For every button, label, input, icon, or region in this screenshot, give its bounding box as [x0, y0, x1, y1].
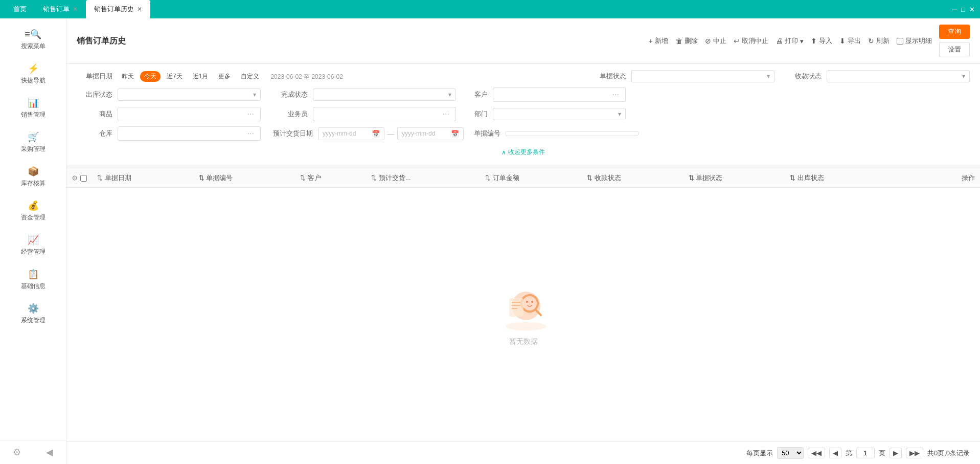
set-button[interactable]: 设置: [939, 42, 970, 57]
out-status-label: 出库状态: [77, 90, 118, 99]
search-menu-icon: ≡🔍: [25, 29, 41, 40]
sales-rep-label: 业务员: [267, 109, 313, 119]
date-tab-today[interactable]: 今天: [140, 71, 161, 82]
complete-status-arrow: ▾: [448, 91, 451, 98]
th-action: 操作: [886, 169, 980, 188]
import-button[interactable]: ⬆ 导入: [811, 36, 832, 46]
order-no-input[interactable]: [506, 131, 639, 136]
sidebar-item-search-menu[interactable]: ≡🔍 搜索菜单: [0, 23, 66, 57]
tab-home[interactable]: 首页: [5, 0, 35, 18]
goods-dots[interactable]: ···: [245, 109, 256, 119]
customer-select[interactable]: ···: [493, 87, 626, 102]
tab-sales-order-label: 销售订单: [43, 5, 70, 14]
collapse-button[interactable]: ∧ 收起更多条件: [77, 146, 970, 159]
sales-rep-dots[interactable]: ···: [441, 109, 451, 119]
sidebar-collapse-icon[interactable]: ◀: [46, 447, 53, 458]
complete-status-select[interactable]: ▾: [313, 89, 456, 101]
date-tab-more[interactable]: 更多: [214, 71, 235, 82]
delivery-date-end-input[interactable]: yyyy-mm-dd 📅: [397, 127, 464, 140]
display-detail-checkbox[interactable]: 显示明细: [897, 36, 932, 46]
warehouse-dots[interactable]: ···: [245, 129, 256, 138]
sidebar-item-ops-mgmt[interactable]: 📈 经营管理: [0, 228, 66, 262]
calendar-start-icon[interactable]: 📅: [372, 130, 380, 138]
maximize-icon[interactable]: □: [961, 6, 965, 13]
last-page-button[interactable]: ▶▶: [906, 448, 923, 458]
sidebar-item-inventory-check[interactable]: 📦 库存核算: [0, 160, 66, 194]
th-date-text: 单据日期: [105, 174, 131, 182]
layout: ≡🔍 搜索菜单 ⚡ 快捷导航 📊 销售管理 🛒 采购管理 📦 库存核算 💰 资金…: [0, 18, 980, 464]
sales-rep-select[interactable]: ···: [313, 107, 456, 121]
goods-select[interactable]: ···: [118, 107, 261, 121]
page-size-select[interactable]: 50 10 20 100: [777, 447, 804, 459]
tab-sales-order-history[interactable]: 销售订单历史 ✕: [86, 0, 150, 18]
sidebar-item-capital-mgmt[interactable]: 💰 资金管理: [0, 194, 66, 228]
minimize-icon[interactable]: ─: [952, 6, 957, 13]
filter-row-3: 商品 ··· 业务员 ··· 部门 ▾: [77, 107, 970, 121]
th-delivery: ⇅ 预计交货...: [366, 169, 480, 188]
print-label: 打印: [785, 36, 798, 46]
sidebar-item-sales-mgmt[interactable]: 📊 销售管理: [0, 91, 66, 125]
refresh-button[interactable]: ↻ 刷新: [868, 36, 890, 46]
th-amount-sort: ⇅: [485, 174, 493, 182]
select-all-checkbox[interactable]: [80, 175, 87, 182]
tab-sales-order-close[interactable]: ✕: [73, 6, 78, 13]
sidebar-item-system-mgmt-label: 系统管理: [21, 316, 45, 325]
out-status-select[interactable]: ▾: [118, 89, 261, 101]
date-tab-custom[interactable]: 自定义: [237, 71, 263, 82]
out-status-arrow: ▾: [253, 91, 256, 98]
th-out-status-sort: ⇅: [790, 174, 797, 182]
date-tab-1month[interactable]: 近1月: [189, 71, 213, 82]
export-button[interactable]: ⬇ 导出: [839, 36, 861, 46]
sidebar: ≡🔍 搜索菜单 ⚡ 快捷导航 📊 销售管理 🛒 采购管理 📦 库存核算 💰 资金…: [0, 18, 66, 464]
warehouse-select[interactable]: ···: [118, 126, 261, 141]
empty-icon: [498, 283, 549, 329]
prev-page-button[interactable]: ◀: [829, 448, 841, 458]
sidebar-item-basic-info[interactable]: 📋 基础信息: [0, 262, 66, 297]
sidebar-settings-icon[interactable]: ⚙: [13, 447, 21, 458]
current-page-input[interactable]: 1: [856, 448, 875, 458]
new-label: 新增: [655, 36, 668, 46]
refresh-icon: ↻: [868, 37, 874, 45]
date-tab-yesterday[interactable]: 昨天: [118, 71, 138, 82]
tab-sales-order-history-close[interactable]: ✕: [137, 6, 142, 13]
delete-button[interactable]: 🗑 删除: [675, 36, 698, 46]
stop-button[interactable]: ⊘ 中止: [705, 36, 726, 46]
cancel-stop-button[interactable]: ↩ 取消中止: [734, 36, 768, 46]
customer-dots[interactable]: ···: [610, 90, 621, 99]
gear-icon[interactable]: ⚙: [72, 174, 78, 182]
date-range-separator: —: [388, 130, 394, 138]
print-button[interactable]: 🖨 打印 ▾: [776, 36, 804, 46]
new-button[interactable]: + 新增: [649, 36, 668, 46]
date-tab-7days[interactable]: 近7天: [163, 71, 187, 82]
calendar-end-icon[interactable]: 📅: [451, 130, 459, 138]
stop-label: 中止: [713, 36, 726, 46]
date-tabs: 昨天 今天 近7天 近1月 更多 自定义: [118, 71, 263, 82]
sidebar-item-basic-info-label: 基础信息: [21, 282, 45, 291]
sales-mgmt-icon: 📊: [28, 97, 39, 108]
filter-row-4: 仓库 ··· 预计交货日期 yyyy-mm-dd 📅 — yyyy-mm-dd …: [77, 126, 970, 141]
delete-label: 删除: [685, 36, 698, 46]
delivery-date-start-input[interactable]: yyyy-mm-dd 📅: [318, 127, 384, 140]
order-status-select[interactable]: ▾: [631, 70, 774, 82]
collection-status-select[interactable]: ▾: [827, 70, 970, 82]
order-status-label: 单据状态: [585, 72, 631, 81]
tab-sales-order[interactable]: 销售订单 ✕: [35, 0, 86, 18]
basic-info-icon: 📋: [28, 269, 39, 280]
th-collection: ⇅ 收款状态: [582, 169, 683, 188]
first-page-button[interactable]: ◀◀: [808, 448, 825, 458]
th-date: ⇅ 单据日期: [92, 169, 194, 188]
display-detail-input[interactable]: [897, 38, 903, 45]
sidebar-item-purchase-mgmt[interactable]: 🛒 采购管理: [0, 125, 66, 160]
sidebar-item-quick-nav-label: 快捷导航: [21, 76, 45, 85]
th-customer-sort: ⇅: [300, 174, 308, 182]
next-page-button[interactable]: ▶: [890, 448, 902, 458]
inventory-check-icon: 📦: [28, 166, 39, 177]
dept-select[interactable]: ▾: [493, 108, 626, 120]
sidebar-item-ops-mgmt-label: 经营管理: [21, 248, 45, 256]
query-button[interactable]: 查询: [939, 25, 970, 39]
print-icon: 🖨: [776, 37, 783, 45]
sidebar-item-system-mgmt[interactable]: ⚙️ 系统管理: [0, 297, 66, 331]
th-collection-sort: ⇅: [587, 174, 595, 182]
sidebar-item-quick-nav[interactable]: ⚡ 快捷导航: [0, 57, 66, 91]
close-icon[interactable]: ✕: [969, 6, 975, 13]
